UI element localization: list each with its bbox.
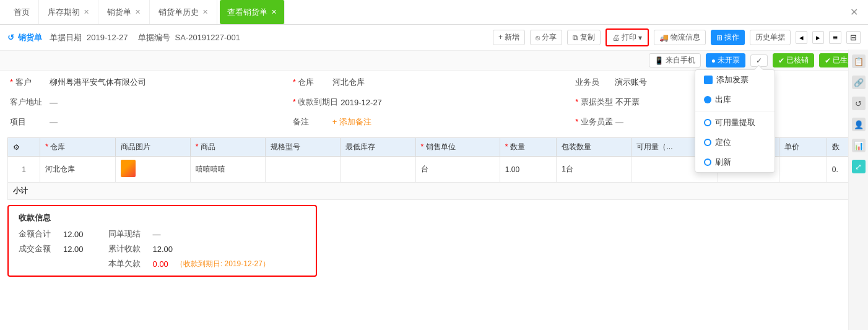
ticket-type-value: 不开票 (615, 97, 640, 108)
right-icon-1[interactable]: 📋 (852, 54, 866, 68)
add-invoice-label: 添加发票 (716, 74, 749, 85)
plus-icon: + (332, 117, 337, 126)
location-label: 定位 (715, 137, 731, 148)
doc-number-field: 单据编号 SA-20191227-001 (138, 32, 241, 43)
view-toggle-1[interactable]: ≡ (829, 31, 841, 44)
confirmed-button[interactable]: ✔ 已核销 (773, 53, 814, 67)
doc-date-field: 单据日期 2019-12-27 (50, 32, 128, 43)
due-date-value: 2019-12-27 (341, 98, 382, 107)
salesperson-label: 业务员孟 (575, 116, 613, 128)
address-label: 客户地址 (10, 97, 47, 108)
available-qty-item[interactable]: 可用量提取 (695, 113, 775, 132)
col-warehouse: 仓库 (40, 138, 115, 157)
amount-total-row: 金额合计 12.00 (19, 228, 84, 240)
new-button[interactable]: + 新增 (493, 30, 525, 45)
outbound-item[interactable]: 出库 (695, 90, 775, 110)
due-date-field: 收款到期日 2019-12-27 (293, 97, 576, 108)
share-button[interactable]: ⎋ 分享 (530, 30, 562, 45)
col-unit: 销售单位 (415, 138, 500, 157)
col-spec: 规格型号 (266, 138, 341, 157)
right-icons-panel: 📋 🔗 ↺ 👤 📊 ⤢ (848, 50, 868, 330)
right-icon-2[interactable]: 🔗 (852, 76, 866, 89)
right-icon-expand[interactable]: ⤢ (852, 160, 866, 173)
divider-1 (695, 111, 775, 111)
close-icon[interactable]: ✕ (271, 8, 277, 16)
warehouse-label: 仓库 (293, 77, 330, 88)
prev-button[interactable]: ◂ (796, 31, 807, 44)
close-icon[interactable]: ✕ (202, 8, 208, 16)
col-product: 商品 (190, 138, 265, 157)
right-icon-5[interactable]: 📊 (852, 139, 866, 152)
close-icon[interactable]: ✕ (84, 8, 89, 16)
owe-row: 本单欠款 0.00 （收款到期日: 2019-12-27） (108, 258, 270, 269)
due-date-label: 收款到期日 (293, 97, 339, 108)
invoice-icon (704, 76, 713, 84)
trade-amount-value: 12.00 (63, 245, 84, 254)
add-note-button[interactable]: + 添加备注 (332, 116, 371, 128)
history-button[interactable]: 历史单据 (750, 30, 791, 45)
cumulative-label: 累计收款 (108, 243, 148, 254)
tab-home[interactable]: 首页 (5, 0, 39, 24)
location-item[interactable]: 定位 (695, 132, 775, 152)
refresh-icon (704, 158, 711, 166)
grid-icon: ⊞ (716, 33, 723, 42)
tab-sales-history[interactable]: 销货单历史 ✕ (150, 0, 217, 24)
right-icon-4[interactable]: 👤 (852, 118, 866, 131)
view-toggle-2[interactable]: ⊟ (846, 31, 861, 44)
print-highlight: 🖨 打印 ▾ (605, 28, 649, 46)
row-qty: 1.00 (500, 157, 556, 183)
refresh-item[interactable]: 刷新 (695, 152, 775, 172)
outbound-icon (704, 96, 711, 103)
doc-icon: ↺ (7, 33, 14, 42)
cumulative-row: 累计收款 12.00 (108, 243, 270, 254)
staff-label: 业务员 (575, 77, 612, 88)
salesperson-value: — (615, 118, 623, 127)
operation-button[interactable]: ⊞ 操作 (711, 30, 745, 45)
same-order-label: 同单现结 (108, 228, 148, 240)
trade-amount-label: 成交金额 (19, 243, 58, 254)
col-qty: 数量 (500, 138, 556, 157)
note-field: 备注 + 添加备注 (293, 116, 576, 128)
next-button[interactable]: ▸ (812, 31, 824, 44)
check-circle-icon: ✔ (778, 56, 784, 65)
project-field: 项目 — (10, 116, 293, 128)
col-gear: ⚙ (8, 138, 40, 157)
circle-icon: ● (711, 56, 716, 65)
tab-sales-order[interactable]: 销货单 ✕ (98, 0, 150, 24)
global-close-button[interactable]: ✕ (845, 6, 863, 18)
refresh-label: 刷新 (715, 157, 731, 168)
trade-amount-row: 成交金额 12.00 (19, 243, 84, 254)
col-min-stock: 最低库存 (341, 138, 415, 157)
staff-value: 演示账号 (615, 77, 647, 88)
row-price (779, 157, 827, 183)
available-qty-icon (704, 119, 711, 126)
tab-view-sales[interactable]: 查看销货单 ✕ (220, 0, 285, 24)
check-icon: ✓ (756, 56, 762, 65)
add-invoice-item[interactable]: 添加发票 (695, 70, 775, 90)
print-button[interactable]: 🖨 打印 ▾ (607, 30, 647, 45)
right-icon-3[interactable]: ↺ (852, 97, 866, 110)
amount-total-label: 金额合计 (19, 228, 58, 240)
doc-header: ↺ 销货单 单据日期 2019-12-27 单据编号 SA-20191227-0… (0, 25, 868, 51)
col-pack-qty: 包装数量 (557, 138, 631, 157)
logistics-button[interactable]: 🚚 物流信息 (654, 30, 706, 45)
customer-value: 柳州粤港平安气体有限公司 (50, 77, 146, 88)
payment-title: 收款信息 (19, 212, 306, 224)
row-num: 1 (8, 157, 40, 183)
owe-label: 本单欠款 (108, 258, 148, 269)
same-order-value: — (153, 230, 161, 239)
outbound-label: 出库 (715, 94, 731, 105)
copy-button[interactable]: ⧉ 复制 (567, 30, 601, 45)
tab-inventory-init[interactable]: 库存期初 ✕ (39, 0, 98, 24)
close-icon[interactable]: ✕ (135, 8, 141, 16)
col-img: 商品图片 (115, 138, 190, 157)
warehouse-value: 河北仓库 (332, 77, 365, 88)
available-qty-label: 可用量提取 (715, 117, 755, 128)
row-pack-qty: 1台 (557, 157, 631, 183)
row-unit: 台 (415, 157, 500, 183)
unpaid-button[interactable]: ● 未开票 (706, 53, 745, 67)
from-phone-button[interactable]: 📱 来自手机 (649, 53, 701, 67)
same-order-row: 同单现结 — (108, 228, 270, 240)
ticket-type-label: 票据类型 (575, 97, 613, 108)
bottom-section: 收款信息 金额合计 12.00 成交金额 12.00 (0, 200, 868, 282)
